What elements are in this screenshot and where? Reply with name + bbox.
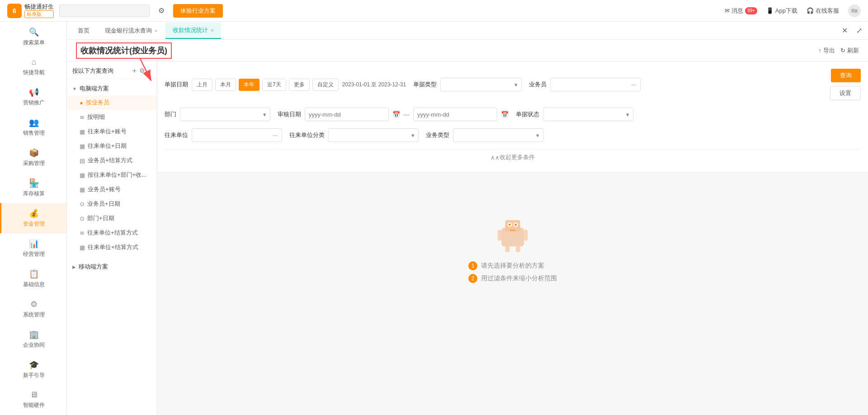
capital-icon: 💰 xyxy=(29,208,39,218)
empty-robot-illustration xyxy=(490,209,535,254)
sidebar-item-operations[interactable]: 📊 经营管理 xyxy=(0,233,66,264)
scheme-item-salesperson-settlement[interactable]: ▤ 业务员+结算方式 xyxy=(67,153,157,168)
scheme-item-salesperson-account[interactable]: ▦ 业务员+账号 xyxy=(67,182,157,197)
right-panel: 单据日期 上月 本月 本年 近7天 更多 自定义 2023-01-01 至 20… xyxy=(157,61,868,415)
logo-area: 6 畅捷通好生 标准版 xyxy=(7,3,54,18)
tab-close-all-icon[interactable]: ✕ xyxy=(839,25,850,36)
scheme-item-dept-date[interactable]: ⊙ 部门+日期 xyxy=(67,211,157,226)
bank-flow-tab-close[interactable]: × xyxy=(155,28,157,33)
sidebar-item-sales[interactable]: 👥 销售管理 xyxy=(0,112,66,142)
sidebar-item-marketing[interactable]: 📢 营销推广 xyxy=(0,82,66,112)
messages-action[interactable]: ✉ 消息 99+ xyxy=(725,7,757,15)
business-type-select[interactable]: ▾ xyxy=(453,128,543,142)
date-range-display: 2023-01-01 至 2023-12-31 xyxy=(342,81,406,89)
sidebar-item-system[interactable]: ⚙ 系统管理 xyxy=(0,294,66,324)
sidebar-item-search-menu[interactable]: 🔍 搜索菜单 xyxy=(0,22,66,52)
app-logo: 6 xyxy=(7,4,22,18)
scheme-item-partner-settlement1[interactable]: ≋ 往来单位+结算方式 xyxy=(67,226,157,240)
basic-info-icon: 📋 xyxy=(29,269,39,279)
date-btn-more[interactable]: 更多 xyxy=(289,79,310,91)
scheme-item-salesperson-date[interactable]: ⊙ 业务员+日期 xyxy=(67,197,157,211)
query-button[interactable]: 查询 xyxy=(831,69,861,82)
scheme-item-partner-date[interactable]: ▦ 往来单位+日期 xyxy=(67,139,157,153)
scheme-group-pc-header[interactable]: ▼ 电脑端方案 xyxy=(67,82,157,95)
partner-select[interactable]: ··· xyxy=(192,128,282,142)
export-button[interactable]: ↑ 导出 xyxy=(819,47,835,55)
tab-expand-icon[interactable]: ⤢ xyxy=(854,25,864,36)
salesperson-account-label: 业务员+账号 xyxy=(88,185,121,193)
tab-receivable-stats[interactable]: 收款情况统计 × xyxy=(165,23,221,39)
user-initials: Rit xyxy=(851,8,857,14)
download-icon: 📱 xyxy=(766,7,774,14)
receivable-stats-tab-label: 收款情况统计 xyxy=(173,26,208,34)
filter-area: 单据日期 上月 本月 本年 近7天 更多 自定义 2023-01-01 至 20… xyxy=(157,61,868,172)
salesperson-select[interactable]: ··· xyxy=(550,78,641,91)
user-avatar[interactable]: Rit xyxy=(848,5,861,17)
tab-bank-flow[interactable]: 现金银行流水查询 × xyxy=(98,23,165,39)
partner-category-select[interactable]: ▾ xyxy=(328,128,419,142)
scheme-collapse-icon[interactable]: « xyxy=(148,67,151,75)
date-btn-this-year[interactable]: 本年 xyxy=(239,79,259,91)
tab-home[interactable]: 首页 xyxy=(71,23,97,39)
doc-status-select[interactable]: ▾ xyxy=(543,108,633,121)
scheme-item-by-detail[interactable]: ≋ 按明细 xyxy=(67,110,157,124)
dept-select[interactable]: ▾ xyxy=(180,108,270,121)
partner-more-icon[interactable]: ··· xyxy=(273,132,278,139)
partner-settlement2-icon: ▦ xyxy=(80,244,85,251)
filter-settings-button[interactable]: 设置 xyxy=(830,86,861,100)
sidebar-item-quick-nav[interactable]: ⌂ 快捷导航 xyxy=(0,52,66,82)
filter-group-business-type: 业务类型 ▾ xyxy=(426,128,543,142)
review-date-from-input[interactable] xyxy=(305,108,389,121)
mobile-group-arrow: ▶ xyxy=(72,264,76,269)
review-date-to-input[interactable] xyxy=(413,108,497,121)
sidebar-label-enterprise: 企业协同 xyxy=(23,341,45,349)
inventory-icon: 🏪 xyxy=(29,178,39,188)
scheme-add-icon[interactable]: + xyxy=(132,67,137,75)
sidebar-item-basic-info[interactable]: 📋 基础信息 xyxy=(0,264,66,294)
collapse-bar[interactable]: ∧∧ 收起更多条件 xyxy=(165,149,861,165)
sidebar-item-purchase[interactable]: 📦 采购管理 xyxy=(0,142,66,173)
scheme-settings-icon[interactable]: ⚙ xyxy=(139,67,145,75)
date-btn-7days[interactable]: 近7天 xyxy=(262,79,286,91)
partner-settlement1-icon: ≋ xyxy=(80,230,85,236)
sidebar: 🔍 搜索菜单 ⌂ 快捷导航 📢 营销推广 👥 销售管理 📦 采购管理 🏪 库存核… xyxy=(0,22,67,415)
scheme-panel: 按以下方案查询 + ⚙ « ▼ 电脑端方案 ● 按业务员 xyxy=(67,61,157,415)
refresh-button[interactable]: ↻ 刷新 xyxy=(840,47,859,55)
sidebar-item-smart-hw[interactable]: 🖥 智能硬件 xyxy=(0,385,66,415)
online-service-action[interactable]: 🎧 在线客服 xyxy=(807,7,839,15)
sidebar-item-guide[interactable]: 🎓 新手引导 xyxy=(0,354,66,385)
export-label: 导出 xyxy=(823,47,835,55)
app-download-action[interactable]: 📱 App下载 xyxy=(766,7,797,15)
breadcrumb-input[interactable] xyxy=(59,5,150,17)
scheme-item-partner-dept-collect[interactable]: ▦ 按往来单位+部门+收... xyxy=(67,168,157,182)
scheme-item-partner-settlement2[interactable]: ▦ 往来单位+结算方式 xyxy=(67,240,157,255)
detail-item-icon: ≋ xyxy=(80,114,85,121)
salesperson-settlement-icon: ▤ xyxy=(80,157,85,164)
review-date-to-cal-icon[interactable]: 📅 xyxy=(501,111,509,118)
scheme-item-partner-account[interactable]: ▦ 往来单位+账号 xyxy=(67,124,157,139)
tab-bar: 首页 现金银行流水查询 × 收款情况统计 × ✕ ⤢ xyxy=(67,22,868,40)
doc-type-select[interactable]: ▾ xyxy=(440,78,522,91)
scheme-group-mobile-header[interactable]: ▶ 移动端方案 xyxy=(67,260,157,274)
header-settings-button[interactable]: ⚙ xyxy=(155,5,168,17)
svg-rect-6 xyxy=(509,230,515,231)
empty-state: 1 请先选择要分析的方案 2 用过滤条件来缩小分析范围 xyxy=(468,209,557,283)
sidebar-item-capital[interactable]: 💰 资金管理 xyxy=(0,203,66,233)
scheme-item-by-salesperson[interactable]: ● 按业务员 xyxy=(67,95,157,110)
review-date-from-cal-icon[interactable]: 📅 xyxy=(392,111,400,118)
date-btn-this-month[interactable]: 本月 xyxy=(215,79,236,91)
sidebar-item-inventory[interactable]: 🏪 库存核算 xyxy=(0,173,66,203)
salesperson-more-icon[interactable]: ··· xyxy=(631,81,637,88)
date-btn-last-month[interactable]: 上月 xyxy=(192,79,212,91)
trial-button[interactable]: 体验行业方案 xyxy=(173,4,223,18)
sidebar-label-smart-hw: 智能硬件 xyxy=(23,401,45,409)
sidebar-label-purchase: 采购管理 xyxy=(23,160,45,167)
salesperson-date-label: 业务员+日期 xyxy=(87,200,120,208)
header-right: ✉ 消息 99+ 📱 App下载 🎧 在线客服 Rit xyxy=(725,5,861,17)
sidebar-label-system: 系统管理 xyxy=(23,311,45,319)
partner-category-arrow-icon: ▾ xyxy=(411,132,415,139)
date-btn-custom[interactable]: 自定义 xyxy=(312,79,339,91)
sidebar-label-marketing: 营销推广 xyxy=(23,99,45,107)
receivable-stats-tab-close[interactable]: × xyxy=(211,28,213,33)
sidebar-item-enterprise[interactable]: 🏢 企业协同 xyxy=(0,324,66,354)
